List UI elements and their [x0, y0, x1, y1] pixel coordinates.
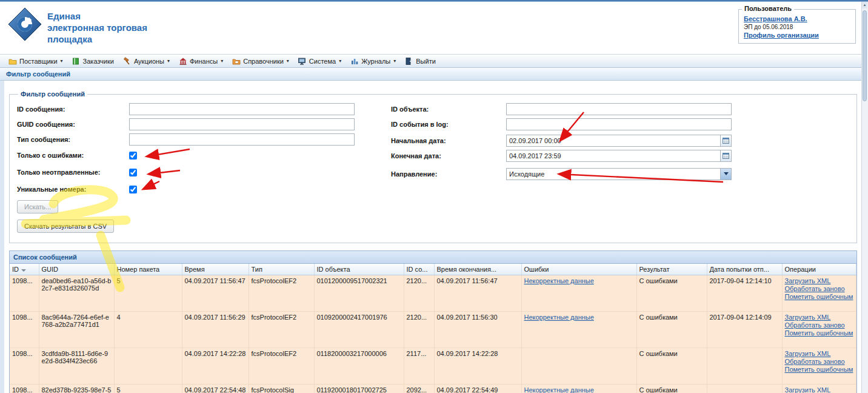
col-header-object-id[interactable]: ID объекта [314, 264, 404, 275]
cell-type: fcsProtocolEF2 [249, 275, 314, 312]
reprocess-link[interactable]: Обработать заново [785, 285, 854, 293]
sort-desc-icon [21, 269, 26, 272]
menu-item-suppliers[interactable]: Поставщики ▾ [4, 55, 67, 67]
calendar-icon [723, 152, 729, 159]
col-header-id[interactable]: ID [10, 264, 39, 275]
cell-packet [114, 348, 182, 385]
scrollbar-thumb[interactable] [863, 10, 867, 101]
end-date-field [506, 150, 732, 162]
load-xml-link[interactable]: Загрузить XML [785, 386, 854, 393]
mark-erroneous-link[interactable]: Пометить ошибочным [785, 366, 854, 374]
reprocess-link[interactable]: Обработать заново [785, 358, 854, 366]
errors-link[interactable]: Некорректные данные [524, 314, 594, 321]
user-box: Пользователь Бесстрашнова А.В. ЭП до 05.… [738, 9, 856, 44]
col-header-result[interactable]: Результат [636, 264, 707, 275]
cell-time: 04.09.2017 14:22:28 [182, 348, 249, 385]
cell-guid: 82ed378b-9235-98e7-5f2c-7d34e9a1b2c3 [39, 385, 114, 393]
cell-guid: 8ac9644a-7264-e6ef-e768-a2b2a77471d1 [39, 312, 114, 348]
col-header-operations[interactable]: Операции [782, 264, 856, 275]
menu-item-auctions[interactable]: Аукционы ▾ [118, 55, 174, 67]
dropdown-trigger-button[interactable] [720, 168, 732, 180]
cell-object-id: 0109200002417001976 [314, 312, 404, 348]
chevron-down-icon: ▾ [221, 58, 223, 64]
load-xml-link[interactable]: Загрузить XML [785, 314, 854, 321]
catalog-folder-icon [232, 56, 241, 66]
log-event-id-label: ID события в log: [391, 121, 506, 128]
cell-result: С ошибками [636, 312, 707, 348]
chart-bars-icon [350, 56, 359, 66]
col-header-time[interactable]: Время [182, 264, 249, 275]
col-header-type[interactable]: Тип [249, 264, 314, 275]
col-header-event-id[interactable]: ID со... [404, 264, 434, 275]
page-title-bar: Фильтр сообщений [0, 69, 862, 81]
cell-time: 04.09.2017 22:54:48 [182, 385, 249, 393]
gavel-icon [122, 56, 132, 66]
menu-item-system[interactable]: Система ▾ [293, 55, 346, 67]
col-header-attempt-date[interactable]: Дата попытки отп... [707, 264, 782, 275]
cell-guid: 3cdfda9b-8111-6d6e-9e2d-8d34f423ec66 [39, 348, 114, 385]
errors-link[interactable]: Некорректные данные [524, 386, 594, 393]
scroll-up-arrow-icon[interactable]: ▲ [862, 2, 867, 8]
user-name-link[interactable]: Бесстрашнова А.В. [744, 15, 850, 22]
menu-label: Финансы [190, 58, 218, 65]
table-row: 1098... dea0bed6-ea10-a56d-b2c7-e831d326… [10, 275, 856, 312]
cell-object-id: 0119200018017002725 [314, 385, 404, 393]
menu-item-logout[interactable]: Выйти [400, 55, 440, 67]
search-button[interactable]: Искать... [17, 200, 58, 213]
cell-object-id: 0101200009517002321 [314, 275, 404, 312]
org-profile-link[interactable]: Профиль организации [744, 32, 850, 39]
start-date-input[interactable] [506, 135, 720, 147]
log-event-id-input[interactable] [506, 118, 732, 130]
cell-type: fcsProtocolEF2 [249, 312, 314, 348]
direction-select[interactable] [506, 168, 720, 180]
unique-numbers-checkbox[interactable] [129, 186, 137, 193]
filter-left-column: ID сообщения: GUID сообщения: Тип сообще… [17, 102, 366, 233]
only-errors-label: Только с ошибками: [17, 152, 129, 159]
message-type-label: Тип сообщения: [17, 136, 129, 143]
col-header-end-time[interactable]: Время окончания... [434, 264, 521, 275]
table-row: 1098... 82ed378b-9235-98e7-5f2c-7d34e9a1… [10, 385, 856, 393]
messages-list-panel: Список сообщений ID GUID Номер пакета Вр… [9, 250, 857, 393]
chevron-down-icon: ▾ [287, 58, 289, 64]
cell-object-id: 0118200003217000006 [314, 348, 404, 385]
list-panel-title: Список сообщений [10, 251, 856, 264]
main-content: Фильтр сообщений ID сообщения: GUID сооб… [4, 81, 862, 393]
calendar-trigger-button[interactable] [720, 135, 732, 147]
cell-attempt-date [707, 385, 782, 393]
message-guid-input[interactable] [129, 118, 355, 130]
load-xml-link[interactable]: Загрузить XML [785, 350, 854, 358]
mark-erroneous-link[interactable]: Пометить ошибочным [785, 293, 854, 301]
folder-icon [8, 56, 17, 66]
only-unsent-checkbox[interactable] [129, 169, 137, 176]
chevron-down-icon: ▾ [167, 58, 170, 64]
reprocess-link[interactable]: Обработать заново [785, 321, 854, 329]
col-header-packet[interactable]: Номер пакета [114, 264, 182, 275]
download-csv-button[interactable]: Скачать результаты в CSV [17, 220, 114, 233]
monitor-icon [298, 56, 307, 66]
menu-item-finance[interactable]: Финансы ▾ [174, 55, 227, 67]
only-errors-checkbox[interactable] [129, 152, 137, 160]
menu-item-customers[interactable]: Заказчики [67, 55, 118, 67]
calendar-trigger-button[interactable] [720, 150, 732, 162]
object-id-input[interactable] [506, 103, 732, 115]
chevron-down-icon: ▾ [61, 58, 63, 64]
left-margin-strip [0, 81, 4, 393]
chevron-down-icon [724, 172, 729, 175]
col-header-guid[interactable]: GUID [39, 264, 114, 275]
chevron-down-icon: ▾ [393, 58, 396, 64]
load-xml-link[interactable]: Загрузить XML [785, 277, 854, 285]
errors-link[interactable]: Некорректные данные [524, 277, 594, 284]
object-id-label: ID объекта: [391, 106, 506, 113]
menu-item-journals[interactable]: Журналы ▾ [346, 55, 400, 67]
vertical-scrollbar[interactable]: ▲ [861, 2, 868, 393]
mark-erroneous-link[interactable]: Пометить ошибочным [785, 329, 854, 337]
cell-id: 1098... [10, 312, 39, 348]
col-header-errors[interactable]: Ошибки [521, 264, 636, 275]
end-date-input[interactable] [506, 150, 720, 162]
menu-item-catalogs[interactable]: Справочники ▾ [227, 55, 293, 67]
table-row: 1098... 3cdfda9b-8111-6d6e-9e2d-8d34f423… [10, 348, 856, 385]
filter-right-column: ID объекта: ID события в log: Начальная … [391, 102, 739, 183]
message-type-input[interactable] [129, 133, 355, 146]
message-id-input[interactable] [129, 103, 355, 115]
cell-end-time: 04.09.2017 11:56:47 [434, 275, 521, 312]
